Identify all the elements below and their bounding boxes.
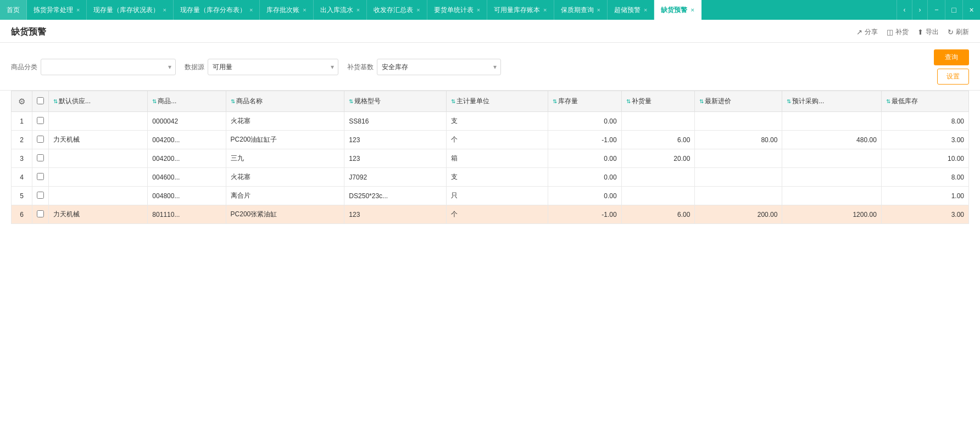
row-stock-4: 0.00: [548, 168, 622, 187]
restock-base-select[interactable]: 安全库存 最低库存: [377, 59, 501, 75]
row-product-code-5: 004800...: [148, 187, 226, 205]
product-name-column-header[interactable]: ⇅商品名称: [226, 91, 344, 112]
supplier-column-header[interactable]: ⇅默认供应...: [49, 91, 148, 112]
min-stock-column-header[interactable]: ⇅最低库存: [881, 91, 968, 112]
nav-tab-order-stats[interactable]: 要货单统计表×: [427, 0, 487, 20]
restock-qty-column-header[interactable]: ⇅补货量: [621, 91, 695, 112]
row-checkbox-5[interactable]: [37, 192, 44, 199]
row-est-purchase-3: [782, 149, 881, 168]
row-checkbox-4[interactable]: [37, 173, 44, 180]
row-checkbox-2[interactable]: [37, 136, 44, 143]
nav-tab-close-overstock-warning[interactable]: ×: [644, 7, 647, 13]
nav-tab-label: 保质期查询: [561, 5, 594, 15]
unit-column-header[interactable]: ⇅主计量单位: [447, 91, 548, 112]
nav-tab-overstock-warning[interactable]: 超储预警×: [608, 0, 654, 20]
scroll-left-btn[interactable]: ‹: [897, 0, 912, 20]
nav-tab-close-recv-summary[interactable]: ×: [416, 7, 420, 13]
nav-tab-abnormal[interactable]: 拣货异常处理×: [27, 0, 87, 20]
filter-action-area: 查询 设置: [934, 49, 969, 85]
row-product-code-3: 004200...: [148, 149, 226, 168]
row-restock-qty-2: 6.00: [621, 131, 695, 149]
row-supplier-3: [49, 149, 148, 168]
row-unit-5: 只: [447, 187, 548, 205]
row-restock-qty-5: [621, 187, 695, 205]
row-checkbox-cell-6: [32, 205, 49, 224]
column-settings-btn[interactable]: ⚙: [16, 97, 27, 107]
nav-tab-label: 出入库流水: [320, 5, 353, 15]
row-supplier-4: [49, 168, 148, 187]
row-supplier-5: [49, 187, 148, 205]
row-latest-price-4: [695, 168, 782, 187]
table-header-row: ⚙ ⇅默认供应... ⇅商品... ⇅商品名称 ⇅规格型号: [12, 91, 969, 112]
nav-tab-close-abnormal[interactable]: ×: [76, 7, 80, 13]
refresh-btn[interactable]: ↻ 刷新: [948, 27, 969, 37]
row-supplier-2: 力天机械: [49, 131, 148, 149]
refresh-icon: ↻: [948, 28, 954, 36]
nav-tab-label: 缺货预警: [661, 5, 687, 15]
table-row: 3 004200... 三九 123 箱 0.00 20.00 10.00: [12, 149, 969, 168]
datasource-select[interactable]: 可用量 库存量: [208, 59, 338, 75]
spec-column-header[interactable]: ⇅规格型号: [344, 91, 447, 112]
stock-column-header[interactable]: ⇅库存量: [548, 91, 622, 112]
nav-tab-stock-status[interactable]: 现存量（库存状况表）×: [87, 0, 173, 20]
nav-tab-recv-summary[interactable]: 收发存汇总表×: [367, 0, 427, 20]
share-btn[interactable]: ↗ 分享: [856, 27, 878, 37]
nav-tab-close-shortage-warning[interactable]: ×: [691, 7, 694, 13]
minimize-btn[interactable]: －: [927, 0, 945, 20]
category-filter-group: 商品分类 ▾: [11, 59, 176, 75]
row-supplier-1: [49, 112, 148, 131]
nav-tab-close-batch-account[interactable]: ×: [303, 7, 306, 13]
row-stock-1: 0.00: [548, 112, 622, 131]
page-title: 缺货预警: [11, 26, 46, 38]
row-checkbox-cell-4: [32, 168, 49, 187]
restock-btn[interactable]: ◫ 补货: [887, 27, 909, 37]
row-product-name-1: 火花塞: [226, 112, 344, 131]
select-all-checkbox[interactable]: [37, 97, 44, 104]
row-product-name-4: 火花塞: [226, 168, 344, 187]
nav-tab-close-expiry-query[interactable]: ×: [597, 7, 600, 13]
category-label: 商品分类: [11, 63, 37, 72]
nav-tab-home[interactable]: 首页: [0, 0, 27, 20]
product-code-column-header[interactable]: ⇅商品...: [148, 91, 226, 112]
row-num-2: 2: [12, 131, 32, 149]
row-est-purchase-1: [782, 112, 881, 131]
row-checkbox-3[interactable]: [37, 154, 44, 161]
scroll-right-btn[interactable]: ›: [912, 0, 927, 20]
restock-base-label: 补货基数: [347, 63, 374, 72]
latest-price-column-header[interactable]: ⇅最新进价: [695, 91, 782, 112]
maximize-btn[interactable]: □: [945, 0, 962, 20]
nav-tab-batch-account[interactable]: 库存批次账×: [260, 0, 313, 20]
nav-tab-close-inout-flow[interactable]: ×: [357, 7, 360, 13]
table-row: 4 004600... 火花塞 J7092 支 0.00 8.00: [12, 168, 969, 187]
row-unit-4: 支: [447, 168, 548, 187]
nav-tab-expiry-query[interactable]: 保质期查询×: [554, 0, 608, 20]
row-min-stock-3: 10.00: [881, 149, 968, 168]
close-btn[interactable]: ×: [962, 0, 980, 20]
export-btn[interactable]: ⬆ 导出: [917, 27, 939, 37]
nav-tab-stock-dist[interactable]: 现存量（库存分布表）×: [174, 0, 260, 20]
row-min-stock-4: 8.00: [881, 168, 968, 187]
row-est-purchase-2: 480.00: [782, 131, 881, 149]
row-latest-price-1: [695, 112, 782, 131]
query-button[interactable]: 查询: [934, 49, 969, 65]
nav-tab-inout-flow[interactable]: 出入库流水×: [314, 0, 367, 20]
settings-button[interactable]: 设置: [937, 69, 969, 85]
row-min-stock-1: 8.00: [881, 112, 968, 131]
est-purchase-column-header[interactable]: ⇅预计采购...: [782, 91, 881, 112]
row-est-purchase-4: [782, 168, 881, 187]
nav-tab-close-available-ledger[interactable]: ×: [543, 7, 547, 13]
row-min-stock-6: 3.00: [881, 205, 968, 224]
category-select[interactable]: [41, 59, 176, 75]
nav-tab-available-ledger[interactable]: 可用量库存账本×: [487, 0, 554, 20]
row-checkbox-1[interactable]: [37, 117, 44, 124]
nav-tab-shortage-warning[interactable]: 缺货预警×: [654, 0, 701, 20]
nav-tab-label: 现存量（库存分布表）: [180, 5, 246, 15]
row-spec-3: 123: [344, 149, 447, 168]
row-min-stock-5: 1.00: [881, 187, 968, 205]
nav-tab-close-stock-dist[interactable]: ×: [249, 7, 253, 13]
nav-tab-close-stock-status[interactable]: ×: [163, 7, 166, 13]
row-checkbox-6[interactable]: [37, 210, 44, 217]
nav-tab-close-order-stats[interactable]: ×: [477, 7, 480, 13]
row-supplier-6: 力天机械: [49, 205, 148, 224]
product-code-sort-icon: ⇅: [152, 98, 157, 104]
